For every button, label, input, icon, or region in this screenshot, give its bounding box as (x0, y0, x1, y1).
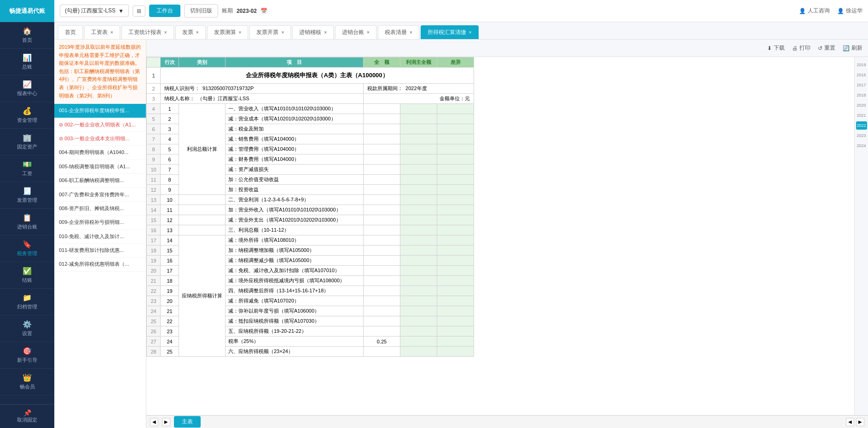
form-list-item-006[interactable]: 006-职工薪酬纳税调整明细... (54, 174, 146, 188)
chayi-13[interactable] (437, 225, 474, 235)
chayi-17[interactable] (437, 266, 474, 276)
quane-25[interactable] (364, 347, 400, 357)
lirunchuanzhen-22[interactable] (400, 316, 437, 326)
form-list-item-005[interactable]: 005-纳税调整项目明细表（A1... (54, 160, 146, 174)
sidebar-item-tax[interactable]: 🔖 税务管理 (0, 235, 54, 262)
tab-invoice_open[interactable]: 发票开票× (249, 25, 291, 39)
quane-10[interactable] (364, 195, 400, 205)
lirunchuanzhen-14[interactable] (400, 235, 437, 245)
copy-icon-btn[interactable]: ⊞ (133, 6, 145, 17)
lirunchuanzhen-3[interactable] (400, 124, 437, 134)
sidebar-item-capital[interactable]: 💰 资金管理 (0, 102, 54, 129)
chayi-7[interactable] (437, 165, 474, 175)
form-list-item-009[interactable]: 009-企业所得税补亏损明细... (54, 216, 146, 229)
chayi-1[interactable] (437, 104, 474, 114)
tab-purchase_check[interactable]: 进销稽核× (292, 25, 334, 39)
tab-close-salary[interactable]: × (110, 30, 113, 35)
quane-18[interactable] (364, 276, 400, 286)
chayi-11[interactable] (437, 205, 474, 215)
quane-22[interactable] (364, 316, 400, 326)
lirunchuanzhen-20[interactable] (400, 296, 437, 306)
timeline-item-2023[interactable]: 2023 (856, 131, 867, 140)
quane-14[interactable] (364, 235, 400, 245)
lirunchuanzhen-9[interactable] (400, 185, 437, 195)
sidebar-item-intrade[interactable]: 📋 进销台账 (0, 209, 54, 235)
chayi-4[interactable] (437, 134, 474, 144)
tab-tax_clear[interactable]: 税表清册× (378, 25, 419, 39)
sidebar-item-home[interactable]: 🏠 首页 (0, 22, 54, 49)
quane-6[interactable] (364, 154, 400, 165)
sheet-content[interactable]: 行次 类别 项 目 全 额 利润主全额 差异 1 企业所得税年度纳税申报表（A类… (146, 57, 854, 415)
sidebar-item-assets[interactable]: 🏢 固定资产 (0, 129, 54, 155)
form-list-item-004[interactable]: 004-期间费用明细表（A1040... (54, 146, 146, 160)
tab-close-purchase_check[interactable]: × (324, 30, 327, 35)
work-bench-btn[interactable]: 工作台 (149, 5, 180, 17)
timeline-item-2017[interactable]: 2017 (856, 81, 867, 89)
form-list-item-011[interactable]: 011-研发费用加计扣除优惠... (54, 244, 146, 257)
tab-close-invoice_list[interactable]: × (196, 30, 199, 35)
chayi-3[interactable] (437, 124, 474, 134)
tab-home[interactable]: 首页 (58, 25, 83, 39)
quane-23[interactable] (364, 326, 400, 337)
sidebar-item-ledger[interactable]: 📊 总账 (0, 49, 54, 75)
lirunchuanzhen-19[interactable] (400, 286, 437, 296)
tab-close-tax_calc[interactable]: × (469, 30, 472, 35)
timeline-item-2018[interactable]: 2018 (856, 91, 867, 99)
lirunchuanzhen-16[interactable] (400, 256, 437, 266)
form-list-item-012[interactable]: 012-减免所得税优惠明细表（... (54, 257, 146, 271)
user-profile[interactable]: 👤 徐运华 (837, 7, 862, 15)
sidebar-item-member[interactable]: 👑 畅会员 (0, 369, 54, 395)
sidebar-item-archive[interactable]: 📁 归档管理 (0, 289, 54, 315)
chayi-9[interactable] (437, 185, 474, 195)
chayi-6[interactable] (437, 154, 474, 165)
chayi-21[interactable] (437, 306, 474, 316)
timeline-item-2016[interactable]: 2016 (856, 71, 867, 79)
lirunchuanzhen-6[interactable] (400, 154, 437, 165)
lirunchuanzhen-4[interactable] (400, 134, 437, 144)
quane-1[interactable] (364, 104, 400, 114)
quane-16[interactable] (364, 256, 400, 266)
chayi-24[interactable] (437, 337, 474, 347)
tab-purchase_ledger[interactable]: 进销台账× (335, 25, 376, 39)
quane-3[interactable] (364, 124, 400, 134)
chayi-14[interactable] (437, 235, 474, 245)
timeline-item-2024[interactable]: 2024 (856, 142, 867, 150)
quane-21[interactable] (364, 306, 400, 316)
quane-19[interactable] (364, 286, 400, 296)
chayi-19[interactable] (437, 286, 474, 296)
lirunchuanzhen-18[interactable] (400, 276, 437, 286)
tab-close-invoice_calc[interactable]: × (239, 30, 242, 35)
quane-13[interactable] (364, 225, 400, 235)
sidebar-item-guide[interactable]: 🎯 新手引导 (0, 342, 54, 369)
lirunchuanzhen-1[interactable] (400, 104, 437, 114)
download-btn[interactable]: ⬇ 下载 (767, 44, 785, 52)
quane-2[interactable] (364, 114, 400, 124)
tab-salary[interactable]: 工资表× (84, 25, 120, 39)
lirunchuanzhen-13[interactable] (400, 225, 437, 235)
sidebar-item-settle[interactable]: ✅ 结账 (0, 262, 54, 289)
lirunchuanzhen-24[interactable] (400, 337, 437, 347)
tab-salary_stat[interactable]: 工资统计报表× (122, 25, 174, 39)
lirunchuanzhen-21[interactable] (400, 306, 437, 316)
chayi-23[interactable] (437, 326, 474, 337)
form-list-item-002[interactable]: ⊘ 002-一般企业收入明细表（A1... (54, 118, 146, 132)
lirunchuanzhen-25[interactable] (400, 347, 437, 357)
chayi-18[interactable] (437, 276, 474, 286)
timeline-item-2020[interactable]: 2020 (856, 101, 867, 109)
chayi-2[interactable] (437, 114, 474, 124)
lirunchuanzhen-23[interactable] (400, 326, 437, 337)
quane-15[interactable] (364, 245, 400, 256)
tab-invoice_list[interactable]: 发票× (175, 25, 206, 39)
sidebar-item-invoice[interactable]: 🧾 发票管理 (0, 182, 54, 209)
chayi-10[interactable] (437, 195, 474, 205)
sidebar-item-salary[interactable]: 💵 工资 (0, 155, 54, 182)
scroll-left-btn[interactable]: ◀ (846, 418, 854, 426)
chayi-15[interactable] (437, 245, 474, 256)
timeline-item-2021[interactable]: 2021 (856, 111, 867, 120)
sheet-tab-main[interactable]: 主表 (174, 416, 201, 428)
form-list-item-001[interactable]: 001-企业所得税年度纳税申报... (54, 104, 146, 118)
chayi-20[interactable] (437, 296, 474, 306)
chayi-12[interactable] (437, 215, 474, 225)
lirunchuanzhen-7[interactable] (400, 165, 437, 175)
sidebar-bottom[interactable]: 📌 取消固定 (0, 404, 54, 428)
